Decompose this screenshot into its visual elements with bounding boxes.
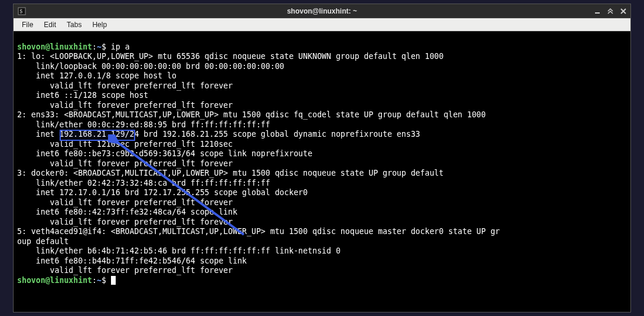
menu-tabs[interactable]: Tabs (62, 19, 86, 30)
titlebar[interactable]: $ shovon@linuxhint: ~ (14, 4, 630, 18)
output-line: 1: lo: <LOOPBACK,UP,LOWER_UP> mtu 65536 … (17, 52, 444, 61)
cursor (111, 276, 116, 285)
output-line: link/ether 00:0c:29:ed:88:95 brd ff:ff:f… (17, 120, 270, 129)
command-ip-a: ip a (111, 42, 130, 51)
close-button[interactable] (619, 6, 628, 16)
prompt-path: ~ (97, 276, 102, 285)
output-line: link/ether 02:42:73:32:48:ca brd ff:ff:f… (17, 179, 270, 187)
output-line: 2: ens33: <BROADCAST,MULTICAST,UP,LOWER_… (17, 110, 486, 119)
prompt-path: ~ (97, 42, 102, 51)
menu-help[interactable]: Help (87, 19, 112, 30)
window-title: shovon@linuxhint: ~ (14, 7, 630, 15)
prompt-sigil: $ (102, 42, 106, 51)
terminal-window: $ shovon@linuxhint: ~ File Edit Tabs Hel… (13, 4, 631, 312)
output-line: link/loopback 00:00:00:00:00:00 brd 00:0… (17, 62, 285, 71)
prompt-sep: : (92, 276, 97, 285)
output-line: oup default (17, 237, 68, 246)
terminal-area[interactable]: shovon@linuxhint:~$ ip a 1: lo: <LOOPBAC… (14, 31, 630, 312)
output-line: link/ether b6:4b:71:42:b5:46 brd ff:ff:f… (17, 246, 341, 255)
maximize-button[interactable] (606, 6, 615, 16)
menubar: File Edit Tabs Help (14, 18, 630, 31)
output-line: valid_lft forever preferred_lft forever (17, 266, 233, 275)
output-line: inet 127.0.0.1/8 scope host lo (17, 71, 176, 80)
prompt-sep: : (92, 42, 97, 51)
output-line: valid_lft forever preferred_lft forever (17, 198, 233, 207)
app-icon: $ (17, 6, 27, 16)
prompt-user: shovon@linuxhint (17, 42, 92, 51)
menu-edit[interactable]: Edit (39, 19, 61, 30)
output-line: valid_lft 1210sec preferred_lft 1210sec (17, 140, 233, 149)
minimize-button[interactable] (593, 6, 602, 16)
output-line: inet 172.17.0.1/16 brd 172.17.255.255 sc… (17, 188, 308, 197)
output-line: inet 192.168.21.129/24 brd 192.168.21.25… (17, 130, 420, 139)
output-line: 5: veth4aced91@if4: <BROADCAST,MULTICAST… (17, 227, 500, 236)
output-line: inet6 fe80::be73:c9b2:d569:3613/64 scope… (17, 149, 312, 158)
output-line: inet6 fe80::b44b:71ff:fe42:b546/64 scope… (17, 256, 247, 265)
output-line: inet6 ::1/128 scope host (17, 91, 148, 100)
output-line: 3: docker0: <BROADCAST,MULTICAST,UP,LOWE… (17, 169, 444, 177)
output-line: valid_lft forever preferred_lft forever (17, 101, 233, 110)
output-line: valid_lft forever preferred_lft forever (17, 81, 233, 90)
prompt-sigil: $ (102, 276, 106, 285)
svg-text:$: $ (19, 8, 22, 14)
output-line: inet6 fe80::42:73ff:fe32:48ca/64 scope l… (17, 208, 237, 216)
prompt-user: shovon@linuxhint (17, 276, 92, 285)
output-line: valid_lft forever preferred_lft forever (17, 159, 233, 168)
menu-file[interactable]: File (17, 19, 38, 30)
output-line: valid_lft forever preferred_lft forever (17, 218, 233, 226)
